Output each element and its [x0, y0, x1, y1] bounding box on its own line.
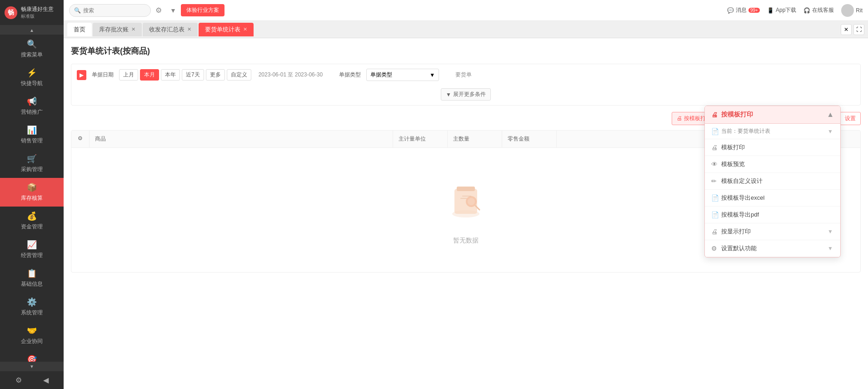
- tab-home[interactable]: 首页: [67, 23, 92, 36]
- dropdown-template-print[interactable]: 🖨 模板打印: [705, 139, 840, 156]
- th-retail-amount: 零售金额: [502, 131, 557, 147]
- date-btn-7days[interactable]: 近7天: [182, 69, 204, 81]
- dropdown-header: 🖨 按模板打印 ▲: [705, 106, 840, 124]
- tab-order-stats-close[interactable]: ✕: [243, 26, 247, 32]
- topbar: 🔍 ⚙ ▼ 体验行业方案 💬 消息 99+ 📱 App下载 🎧 在线客服 Rit: [64, 0, 868, 21]
- sidebar-label-cooperation: 企业协同: [21, 338, 43, 345]
- printer-icon: 🖨: [677, 115, 682, 121]
- expand-more-label: 展开更多条件: [453, 91, 486, 98]
- dropdown-export-excel[interactable]: 📄 按模板导出excel: [705, 190, 840, 207]
- sidebar-item-guide[interactable]: 🎯 新手引导: [0, 350, 64, 362]
- headset-icon: 🎧: [803, 7, 810, 14]
- search-topbar-icon: 🔍: [74, 7, 81, 14]
- sidebar-item-operation[interactable]: 📈 经营管理: [0, 235, 64, 264]
- set-default-icon: ⚙: [711, 245, 717, 252]
- user-avatar: [841, 4, 854, 17]
- filter-expand-arrow[interactable]: ▶: [77, 70, 86, 80]
- message-button[interactable]: 💬 消息 99+: [727, 6, 760, 14]
- settings-button[interactable]: 设置: [840, 112, 861, 125]
- cooperation-icon: 🤝: [27, 326, 37, 336]
- topbar-search-box[interactable]: 🔍: [69, 4, 151, 17]
- tab-close-all-button[interactable]: ✕: [841, 24, 852, 35]
- filter-row-1: ▶ 单据日期 上月 本月 本年 近7天 更多 自定义 2023-06-01 至 …: [77, 69, 855, 81]
- sidebar-item-marketing[interactable]: 📢 营销推广: [0, 92, 64, 121]
- message-label: 消息: [736, 6, 747, 14]
- export-excel-label: 按模板导出excel: [721, 194, 764, 202]
- order-type-placeholder: 单据类型: [370, 71, 392, 79]
- dropdown-display-print[interactable]: 🖨 按显示打印 ▼: [705, 223, 840, 240]
- sidebar: 畅 畅康通好生意 标准版 ▲ 🔍 搜索菜单 ⚡ 快捷导航 📢 营销推广 📊 销售…: [0, 0, 64, 389]
- tab-inventory-batch-close[interactable]: ✕: [131, 26, 135, 32]
- date-btn-this-month[interactable]: 本月: [140, 69, 159, 81]
- page-title: 要货单统计表(按商品): [71, 45, 861, 56]
- purchase-icon: 🛒: [27, 154, 37, 164]
- sound-footer-icon[interactable]: ◀: [43, 376, 49, 384]
- order-type-select[interactable]: 单据类型 ▼: [366, 69, 439, 81]
- topbar-dropdown-icon[interactable]: ▼: [170, 7, 176, 14]
- shortcut-icon: ⚡: [27, 68, 37, 78]
- sidebar-item-purchase[interactable]: 🛒 采购管理: [0, 149, 64, 178]
- user-avatar-button[interactable]: Rit: [841, 4, 863, 17]
- main-area: 🔍 ⚙ ▼ 体验行业方案 💬 消息 99+ 📱 App下载 🎧 在线客服 Rit: [64, 0, 868, 389]
- tab-end-controls: ✕ ⛶: [841, 24, 864, 35]
- display-print-icon: 🖨: [711, 228, 718, 235]
- dropdown-template-preview[interactable]: 👁 模板预览: [705, 156, 840, 173]
- basic-icon: 📋: [27, 268, 37, 278]
- tab-inventory-batch[interactable]: 库存批次账 ✕: [93, 23, 142, 36]
- date-buttons: 上月 本月 本年 近7天 更多 自定义: [119, 69, 251, 81]
- print-dropdown-menu: 🖨 按模板打印 ▲ 📄 当前：要货单统计表 ▼ 🖨 模板打印 👁 模板预览: [704, 106, 841, 258]
- logo-text-block: 畅康通好生意 标准版: [21, 5, 54, 20]
- topbar-gear-icon[interactable]: ⚙: [155, 6, 162, 15]
- sidebar-scroll-down[interactable]: ▼: [0, 362, 64, 371]
- tab-inventory-batch-label: 库存批次账: [99, 25, 129, 34]
- logo-app-name: 畅康通好生意: [21, 5, 54, 13]
- yh-label: 要货单: [455, 71, 472, 79]
- svg-rect-7: [460, 198, 467, 199]
- order-type-label: 单据类型: [339, 71, 361, 79]
- online-service-button[interactable]: 🎧 在线客服: [803, 6, 834, 14]
- sidebar-label-finance: 资金管理: [21, 223, 43, 231]
- display-print-arrow: ▼: [828, 228, 833, 235]
- template-print-label: 模板打印: [721, 143, 745, 152]
- app-download-label: App下载: [776, 6, 796, 14]
- page-content: 要货单统计表(按商品) ▶ 单据日期 上月 本月 本年 近7天 更多 自定义 2…: [64, 38, 868, 389]
- sidebar-item-search[interactable]: 🔍 搜索菜单: [0, 35, 64, 63]
- sidebar-label-purchase: 采购管理: [21, 166, 43, 173]
- set-default-arrow: ▼: [828, 245, 833, 252]
- experience-industry-button[interactable]: 体验行业方案: [181, 4, 224, 16]
- svg-point-4: [468, 198, 475, 205]
- dropdown-template-custom[interactable]: ✏ 模板自定义设计: [705, 173, 840, 190]
- tab-receipt-summary-close[interactable]: ✕: [187, 26, 191, 32]
- search-input[interactable]: [83, 7, 138, 14]
- online-service-label: 在线客服: [812, 6, 834, 14]
- dropdown-chevron-up[interactable]: ▲: [827, 111, 834, 119]
- th-settings[interactable]: ⚙: [71, 131, 90, 147]
- date-btn-more[interactable]: 更多: [206, 69, 225, 81]
- settings-footer-icon[interactable]: ⚙: [15, 376, 22, 384]
- template-preview-label: 模板预览: [721, 160, 745, 168]
- sidebar-item-cooperation[interactable]: 🤝 企业协同: [0, 321, 64, 350]
- sidebar-item-shortcut[interactable]: ⚡ 快捷导航: [0, 63, 64, 92]
- sidebar-item-system[interactable]: ⚙️ 系统管理: [0, 293, 64, 321]
- date-btn-custom[interactable]: 自定义: [227, 69, 251, 81]
- logo-icon: 畅: [5, 6, 17, 19]
- dropdown-title: 按模板打印: [721, 111, 753, 119]
- sidebar-item-inventory[interactable]: 📦 库存核算: [0, 178, 64, 207]
- date-btn-this-year[interactable]: 本年: [161, 69, 180, 81]
- sidebar-scroll-up[interactable]: ▲: [0, 25, 64, 35]
- tab-expand-button[interactable]: ⛶: [853, 24, 864, 35]
- dropdown-export-pdf[interactable]: 📄 按模板导出pdf: [705, 207, 840, 223]
- app-download-button[interactable]: 📱 App下载: [767, 6, 796, 14]
- sidebar-scroll-area: 🔍 搜索菜单 ⚡ 快捷导航 📢 营销推广 📊 销售管理 🛒 采购管理 📦 库存核…: [0, 35, 64, 362]
- date-btn-last-month[interactable]: 上月: [119, 69, 138, 81]
- sidebar-item-finance[interactable]: 💰 资金管理: [0, 207, 64, 235]
- sidebar-item-sales[interactable]: 📊 销售管理: [0, 121, 64, 149]
- sidebar-item-basic[interactable]: 📋 基础信息: [0, 264, 64, 293]
- operation-icon: 📈: [27, 240, 37, 250]
- expand-more-btn[interactable]: ▼ 展开更多条件: [441, 88, 491, 101]
- tab-receipt-summary[interactable]: 收发存汇总表 ✕: [143, 23, 198, 36]
- tab-order-stats-label: 要货单统计表: [205, 25, 240, 34]
- sidebar-label-shortcut: 快捷导航: [21, 80, 43, 87]
- dropdown-set-default[interactable]: ⚙ 设置默认功能 ▼: [705, 240, 840, 257]
- tab-order-stats[interactable]: 要货单统计表 ✕: [199, 23, 254, 36]
